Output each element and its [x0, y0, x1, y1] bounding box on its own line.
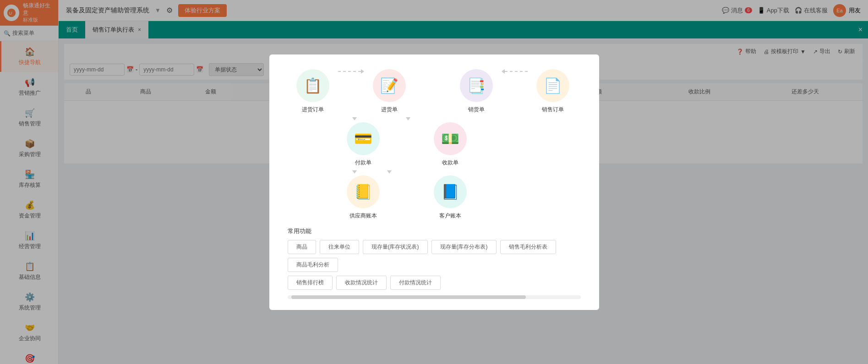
- func-btn-partner[interactable]: 往来单位: [320, 240, 359, 254]
- purchase-order-icon: 📋: [296, 69, 329, 102]
- flow-node-purchase-order[interactable]: 📋 进货订单: [288, 69, 338, 114]
- flow-diagram: 📋 进货订单 📝 进货单: [288, 69, 581, 299]
- flow-node-sales-bill[interactable]: 📑 销货单: [451, 69, 502, 114]
- function-buttons: 商品 往来单位 现存量(库存状况表) 现存量(库存分布表) 销售毛利分析表 商品…: [288, 240, 581, 272]
- receipt-icon: 💵: [434, 122, 467, 155]
- modal: 📋 进货订单 📝 进货单: [269, 54, 599, 310]
- func-btn-product[interactable]: 商品: [288, 240, 316, 254]
- sales-bill-icon: 📑: [460, 69, 493, 102]
- customer-ledger-icon: 📘: [434, 175, 467, 208]
- function-buttons-row2: 销售排行榜 收款情况统计 付款情况统计: [288, 276, 581, 290]
- modal-overlay[interactable]: 📋 进货订单 📝 进货单: [0, 0, 868, 364]
- flow-node-payment[interactable]: 💳 付款单: [338, 122, 388, 167]
- sales-order-icon: 📄: [536, 69, 569, 102]
- func-btn-product-margin[interactable]: 商品毛利分析: [288, 258, 338, 272]
- func-btn-stock-status[interactable]: 现存量(库存状况表): [363, 240, 428, 254]
- common-functions-title: 常用功能: [288, 227, 581, 235]
- flow-node-sales-order[interactable]: 📄 销售订单: [528, 69, 578, 114]
- purchase-bill-icon: 📝: [373, 69, 406, 102]
- flow-node-customer-ledger[interactable]: 📘 客户账本: [425, 175, 475, 220]
- flow-node-purchase-bill[interactable]: 📝 进货单: [364, 69, 415, 114]
- supplier-ledger-icon: 📒: [347, 175, 380, 208]
- func-btn-stock-dist[interactable]: 现存量(库存分布表): [431, 240, 497, 254]
- payment-icon: 💳: [347, 122, 380, 155]
- func-btn-receipt-stat[interactable]: 收款情况统计: [336, 276, 387, 290]
- modal-scrollbar[interactable]: [288, 295, 581, 299]
- func-btn-payment-stat[interactable]: 付款情况统计: [390, 276, 441, 290]
- func-btn-sales-margin[interactable]: 销售毛利分析表: [500, 240, 556, 254]
- flow-node-receipt[interactable]: 💵 收款单: [425, 122, 475, 167]
- func-btn-sales-rank[interactable]: 销售排行榜: [288, 276, 333, 290]
- common-functions: 常用功能 商品 往来单位 现存量(库存状况表) 现存量(库存分布表) 销售毛利分…: [288, 227, 581, 290]
- modal-scrollbar-thumb: [291, 295, 526, 299]
- flow-node-supplier-ledger[interactable]: 📒 供应商账本: [338, 175, 388, 220]
